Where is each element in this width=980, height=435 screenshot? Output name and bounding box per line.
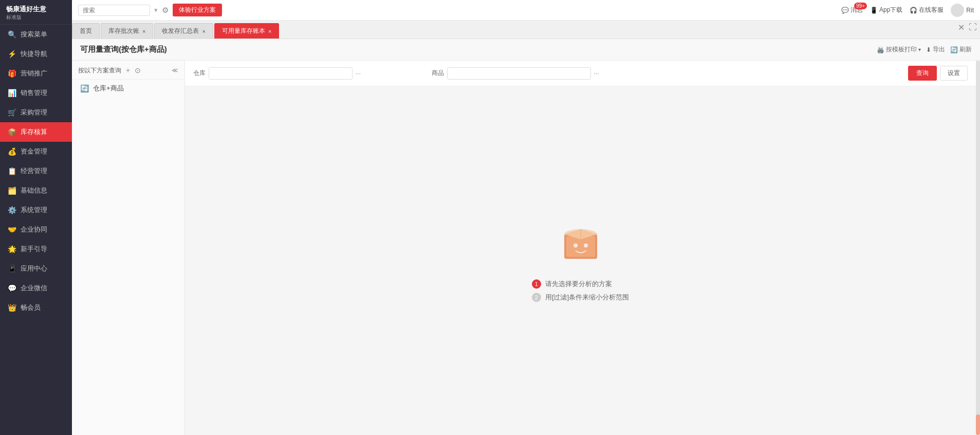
tab-batch-close[interactable]: × <box>142 28 145 34</box>
message-count: 99+ <box>854 3 867 9</box>
page-header: 可用量查询(按仓库+商品) 🖨️ 按模板打印 ▾ ⬇ 导出 🔄 刷新 <box>72 39 980 61</box>
tab-summary[interactable]: 收发存汇总表 × <box>154 23 213 39</box>
goods-field: 商品 ··· <box>432 67 662 80</box>
avatar-image <box>951 4 964 17</box>
print-icon: 🖨️ <box>877 46 884 53</box>
app-download[interactable]: 📱 App下载 <box>870 6 902 14</box>
basic-icon: 🗂️ <box>7 186 16 195</box>
sidebar-item-purchase[interactable]: 🛒 采购管理 <box>0 103 72 122</box>
sidebar-item-corpwx[interactable]: 💬 企业微信 <box>0 278 72 298</box>
topbar-search-input[interactable] <box>78 5 150 16</box>
sidebar-item-label: 库存核算 <box>21 127 47 137</box>
print-button[interactable]: 🖨️ 按模板打印 ▾ <box>877 45 921 54</box>
system-icon: ⚙️ <box>7 205 16 215</box>
tab-close-all-button[interactable]: ✕ <box>958 23 965 32</box>
goods-input[interactable] <box>447 67 591 80</box>
finance-icon: 💰 <box>7 147 16 156</box>
inventory-icon: 📦 <box>7 127 16 137</box>
sidebar-item-search[interactable]: 🔍 搜索菜单 <box>0 25 72 44</box>
sidebar-item-corp[interactable]: 🤝 企业协同 <box>0 220 72 239</box>
goods-label: 商品 <box>432 69 444 78</box>
industry-solution-button[interactable]: 体验行业方案 <box>173 4 222 16</box>
hint-num-1: 1 <box>532 279 541 289</box>
sidebar-item-vip[interactable]: 👑 畅会员 <box>0 298 72 317</box>
warehouse-label: 仓库 <box>193 69 206 78</box>
username-label: Rit <box>966 7 974 14</box>
refresh-button[interactable]: 🔄 刷新 <box>950 45 972 54</box>
tab-available-close[interactable]: × <box>268 28 271 34</box>
sidebar-item-basic[interactable]: 🗂️ 基础信息 <box>0 181 72 200</box>
sidebar-item-label: 经营管理 <box>21 166 47 176</box>
sidebar-item-appcenter[interactable]: 📱 应用中心 <box>0 259 72 278</box>
hint-item-1: 1 请先选择要分析的方案 <box>532 279 629 289</box>
filter-add-icon[interactable]: ＋ <box>124 66 132 75</box>
sidebar-item-operation[interactable]: 📋 经营管理 <box>0 161 72 181</box>
tab-available-label: 可用量库存账本 <box>222 27 265 35</box>
sidebar-item-label: 营销推广 <box>21 69 47 78</box>
corp-icon: 🤝 <box>7 225 16 234</box>
tab-batch[interactable]: 库存批次账 × <box>101 23 153 39</box>
tab-available[interactable]: 可用量库存账本 × <box>214 23 279 39</box>
filter-collapse-icon[interactable]: ≪ <box>172 67 178 74</box>
query-actions: 查询 设置 <box>908 66 968 81</box>
export-icon: ⬇ <box>926 46 931 53</box>
sidebar-item-quicknav[interactable]: ⚡ 快捷导航 <box>0 44 72 64</box>
tab-batch-label: 库存批次账 <box>108 27 139 35</box>
topbar: ▾ ⚙ 体验行业方案 💬 消息 99+ 📱 App下载 🎧 在线客服 Rit <box>72 0 980 21</box>
topbar-gear-icon[interactable]: ⚙ <box>162 6 169 15</box>
hint-text-1: 请先选择要分析的方案 <box>545 279 612 289</box>
topbar-dropdown-icon[interactable]: ▾ <box>154 6 158 14</box>
export-button[interactable]: ⬇ 导出 <box>926 45 945 54</box>
query-area: 仓库 ··· 商品 ··· 查询 设置 <box>185 61 976 435</box>
sidebar-item-finance[interactable]: 💰 资金管理 <box>0 142 72 161</box>
filter-item-label: 仓库+商品 <box>93 84 124 93</box>
sidebar-item-label: 采购管理 <box>21 108 47 117</box>
message-icon: 💬 <box>841 7 849 14</box>
appcenter-icon: 📱 <box>7 264 16 273</box>
tab-summary-label: 收发存汇总表 <box>162 27 199 35</box>
warehouse-more[interactable]: ··· <box>356 70 361 77</box>
page-title: 可用量查询(按仓库+商品) <box>80 45 877 54</box>
sidebar-item-inventory[interactable]: 📦 库存核算 <box>0 122 72 142</box>
corpwx-icon: 💬 <box>7 283 16 293</box>
query-bar: 仓库 ··· 商品 ··· 查询 设置 <box>185 61 976 86</box>
settings-button[interactable]: 设置 <box>940 66 968 81</box>
tab-summary-close[interactable]: × <box>202 28 205 34</box>
sidebar-item-marketing[interactable]: 🎁 营销推广 <box>0 64 72 83</box>
sidebar-item-label: 新手引导 <box>21 244 47 254</box>
filter-title: 按以下方案查询 <box>78 66 121 75</box>
print-dropdown-icon[interactable]: ▾ <box>918 47 921 52</box>
sidebar-item-label: 畅会员 <box>21 303 41 312</box>
sidebar-item-system[interactable]: ⚙️ 系统管理 <box>0 200 72 220</box>
sidebar-item-newbie[interactable]: 🌟 新手引导 <box>0 239 72 259</box>
user-avatar[interactable]: Rit <box>951 4 974 17</box>
sidebar-item-label: 企业协同 <box>21 225 47 234</box>
right-scrollbar-thumb[interactable] <box>976 414 980 435</box>
sidebar-item-sales[interactable]: 📊 销售管理 <box>0 83 72 103</box>
page-actions: 🖨️ 按模板打印 ▾ ⬇ 导出 🔄 刷新 <box>877 45 972 54</box>
goods-more[interactable]: ··· <box>594 70 599 77</box>
warehouse-input[interactable] <box>209 67 353 80</box>
empty-illustration <box>555 220 606 271</box>
search-icon: 🔍 <box>7 30 16 39</box>
sidebar-item-label: 应用中心 <box>21 264 47 273</box>
sidebar-item-label: 资金管理 <box>21 147 47 156</box>
sales-icon: 📊 <box>7 88 16 98</box>
tab-home[interactable]: 首页 <box>72 23 100 39</box>
filter-header: 按以下方案查询 ＋ ⊙ ≪ <box>72 66 184 80</box>
filter-item-warehouse-goods[interactable]: 🔄 仓库+商品 <box>72 80 184 97</box>
operation-icon: 📋 <box>7 166 16 176</box>
logo-name: 畅康通好生意 <box>6 5 66 14</box>
tab-expand-button[interactable]: ⛶ <box>969 23 977 32</box>
logo-sub: 标准版 <box>6 14 66 21</box>
message-badge[interactable]: 💬 消息 99+ <box>841 6 863 14</box>
online-service[interactable]: 🎧 在线客服 <box>910 6 944 14</box>
query-button[interactable]: 查询 <box>908 66 937 81</box>
topbar-right: 💬 消息 99+ 📱 App下载 🎧 在线客服 Rit <box>841 4 974 17</box>
svg-point-3 <box>574 243 578 248</box>
empty-hints: 1 请先选择要分析的方案 2 用[过滤]条件来缩小分析范围 <box>532 279 629 302</box>
filter-settings-icon[interactable]: ⊙ <box>135 66 141 74</box>
hint-item-2: 2 用[过滤]条件来缩小分析范围 <box>532 293 629 302</box>
quicknav-icon: ⚡ <box>7 49 16 59</box>
refresh-icon: 🔄 <box>950 46 958 53</box>
